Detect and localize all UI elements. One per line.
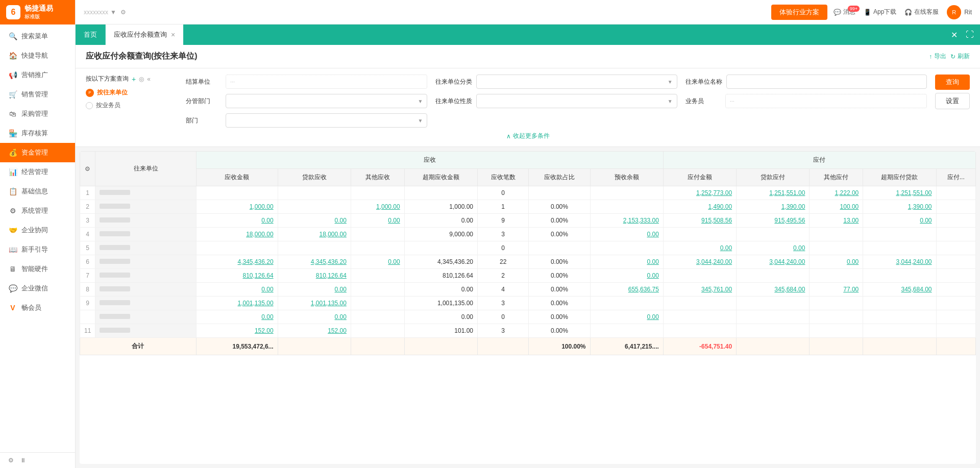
solution-button[interactable]: 体验行业方案 bbox=[771, 5, 827, 20]
dropdown-arrow-icon[interactable]: ▼ bbox=[110, 9, 116, 16]
row-other-receivable[interactable]: 0.00 bbox=[351, 214, 404, 228]
sidebar-settings-btn[interactable]: ⚙ bbox=[8, 457, 14, 464]
table-scroll[interactable]: ⚙ 往来单位 应收 应付 应收金额 贷款应收 其他应收 超期应收金额 应收笔数 bbox=[80, 151, 976, 464]
unit-category-input[interactable]: ▼ bbox=[476, 75, 677, 89]
tab-active[interactable]: 应收应付余额查询 × bbox=[106, 24, 183, 45]
row-loan-receivable[interactable]: 0.00 bbox=[278, 283, 351, 297]
row-receivable-amount[interactable]: 0.00 bbox=[196, 310, 278, 324]
row-loan-payable[interactable]: 1,251,551.00 bbox=[737, 186, 810, 200]
setup-button[interactable]: 设置 bbox=[935, 93, 970, 109]
unit-nature-input[interactable]: ▼ bbox=[476, 94, 677, 108]
row-prepay-balance[interactable]: 0.00 bbox=[590, 228, 663, 241]
row-overdue-payable[interactable]: 1,251,551.00 bbox=[863, 186, 936, 200]
row-loan-payable[interactable]: 0.00 bbox=[737, 241, 810, 255]
row-loan-receivable[interactable]: 810,126.64 bbox=[278, 269, 351, 283]
row-payable-extra bbox=[936, 310, 975, 324]
sidebar-item-wechat[interactable]: 💬 企业微信 bbox=[0, 279, 75, 298]
row-receivable-amount[interactable]: 1,000.00 bbox=[196, 200, 278, 214]
tab-close-window-btn[interactable]: ✕ bbox=[949, 28, 960, 42]
row-loan-payable[interactable]: 345,684.00 bbox=[737, 283, 810, 297]
sidebar-item-sales[interactable]: 🛒 销售管理 bbox=[0, 85, 75, 104]
row-receivable-amount[interactable]: 810,126.64 bbox=[196, 269, 278, 283]
notification-badge[interactable]: 💬 消息 99+ bbox=[834, 8, 855, 16]
row-prepay-balance[interactable]: 0.00 bbox=[590, 255, 663, 269]
row-overdue-payable[interactable]: 0.00 bbox=[863, 214, 936, 228]
row-receivable-amount[interactable]: 0.00 bbox=[196, 283, 278, 297]
row-other-payable[interactable]: 1,222.00 bbox=[810, 186, 863, 200]
row-loan-payable[interactable]: 3,044,240.00 bbox=[737, 255, 810, 269]
row-prepay-balance[interactable]: 0.00 bbox=[590, 269, 663, 283]
sidebar-item-system[interactable]: ⚙ 系统管理 bbox=[0, 201, 75, 220]
scheme-by-staff[interactable]: 按业务员 bbox=[86, 100, 178, 111]
dept-input[interactable]: ▼ bbox=[226, 113, 427, 128]
row-payable-amount[interactable]: 3,044,240.00 bbox=[663, 255, 736, 269]
row-overdue-payable[interactable]: 1,390.00 bbox=[863, 200, 936, 214]
row-loan-receivable[interactable]: 18,000.00 bbox=[278, 228, 351, 241]
app-download-btn[interactable]: 📱 App下载 bbox=[864, 8, 896, 16]
row-overdue-payable[interactable]: 3,044,240.00 bbox=[863, 255, 936, 269]
row-payable-extra bbox=[936, 297, 975, 310]
row-loan-payable[interactable]: 915,495.56 bbox=[737, 214, 810, 228]
sidebar-item-guide[interactable]: 📖 新手引导 bbox=[0, 240, 75, 259]
sidebar-item-member[interactable]: V 畅会员 bbox=[0, 298, 75, 317]
row-loan-receivable[interactable]: 0.00 bbox=[278, 214, 351, 228]
row-prepay-balance[interactable]: 655,636.75 bbox=[590, 283, 663, 297]
export-button[interactable]: ↑ 导出 bbox=[929, 52, 946, 61]
row-loan-receivable[interactable]: 152.00 bbox=[278, 324, 351, 338]
sidebar-item-hardware[interactable]: 🖥 智能硬件 bbox=[0, 259, 75, 279]
sidebar-item-inventory[interactable]: 🏪 库存核算 bbox=[0, 124, 75, 143]
row-overdue-payable[interactable]: 345,684.00 bbox=[863, 283, 936, 297]
sidebar-item-operations[interactable]: 📊 经营管理 bbox=[0, 162, 75, 182]
collapse-btn[interactable]: ∧ 收起更多条件 bbox=[506, 132, 550, 140]
row-other-payable[interactable]: 77.00 bbox=[810, 283, 863, 297]
row-payable-amount[interactable]: 345,761.00 bbox=[663, 283, 736, 297]
user-area[interactable]: R Rit bbox=[947, 5, 972, 19]
row-loan-receivable[interactable]: 0.00 bbox=[278, 310, 351, 324]
target-icon[interactable]: ◎ bbox=[139, 76, 144, 83]
row-payable-amount[interactable]: 0.00 bbox=[663, 241, 736, 255]
sidebar-item-finance[interactable]: 💰 资金管理 bbox=[0, 143, 75, 162]
row-other-payable[interactable]: 13.00 bbox=[810, 214, 863, 228]
row-payable-amount[interactable]: 1,490.00 bbox=[663, 200, 736, 214]
footer-receivable-amount[interactable]: 19,553,472,6... bbox=[196, 338, 278, 355]
table-settings-icon[interactable]: ⚙ bbox=[84, 165, 92, 173]
tab-home[interactable]: 首页 bbox=[76, 24, 106, 45]
sidebar-item-label: 经营管理 bbox=[21, 167, 48, 177]
row-loan-receivable[interactable]: 4,345,436.20 bbox=[278, 255, 351, 269]
sidebar-collapse-btn[interactable]: ⏸ bbox=[20, 457, 26, 464]
sidebar-item-quick-nav[interactable]: 🏠 快捷导航 bbox=[0, 46, 75, 65]
row-other-payable[interactable]: 100.00 bbox=[810, 200, 863, 214]
row-receivable-amount[interactable]: 152.00 bbox=[196, 324, 278, 338]
row-prepay-balance[interactable]: 2,153,333.00 bbox=[590, 214, 663, 228]
back-icon[interactable]: « bbox=[147, 76, 151, 83]
row-other-receivable[interactable]: 0.00 bbox=[351, 255, 404, 269]
row-other-payable[interactable]: 0.00 bbox=[810, 255, 863, 269]
row-prepay-balance[interactable]: 0.00 bbox=[590, 310, 663, 324]
row-receivable-amount[interactable]: 1,001,135.00 bbox=[196, 297, 278, 310]
unit-name-input[interactable] bbox=[726, 75, 927, 89]
settings-gear-icon[interactable]: ⚙ bbox=[120, 9, 126, 16]
tab-close-btn[interactable]: × bbox=[171, 31, 175, 39]
row-receivable-amount[interactable]: 0.00 bbox=[196, 214, 278, 228]
query-button[interactable]: 查询 bbox=[935, 75, 970, 90]
row-payable-amount[interactable]: 915,508.56 bbox=[663, 214, 736, 228]
dept-manager-input[interactable]: ▼ bbox=[226, 94, 427, 108]
sidebar-item-basic-info[interactable]: 📋 基础信息 bbox=[0, 182, 75, 201]
row-payable-amount[interactable]: 1,252,773.00 bbox=[663, 186, 736, 200]
sidebar-item-cooperation[interactable]: 🤝 企业协同 bbox=[0, 220, 75, 240]
scheme-by-unit[interactable]: P 按往来单位 bbox=[86, 87, 178, 98]
row-receivable-amount[interactable]: 4,345,436.20 bbox=[196, 255, 278, 269]
row-other-receivable[interactable]: 1,000.00 bbox=[351, 200, 404, 214]
online-service-btn[interactable]: 🎧 在线客服 bbox=[904, 8, 939, 16]
row-loan-receivable[interactable]: 1,001,135.00 bbox=[278, 297, 351, 310]
salesperson-input[interactable]: ··· bbox=[725, 94, 927, 108]
add-scheme-icon[interactable]: + bbox=[132, 75, 136, 83]
row-receivable-amount[interactable]: 18,000.00 bbox=[196, 228, 278, 241]
refresh-button[interactable]: ↻ 刷新 bbox=[950, 52, 970, 61]
sidebar-item-marketing[interactable]: 📢 营销推广 bbox=[0, 65, 75, 85]
tab-expand-btn[interactable]: ⛶ bbox=[964, 28, 976, 41]
sidebar-item-purchase[interactable]: 🛍 采购管理 bbox=[0, 104, 75, 124]
row-loan-payable[interactable]: 1,390.00 bbox=[737, 200, 810, 214]
settlement-unit-input[interactable]: ··· bbox=[226, 75, 427, 89]
sidebar-item-search-menu[interactable]: 🔍 搜索菜单 bbox=[0, 27, 75, 46]
